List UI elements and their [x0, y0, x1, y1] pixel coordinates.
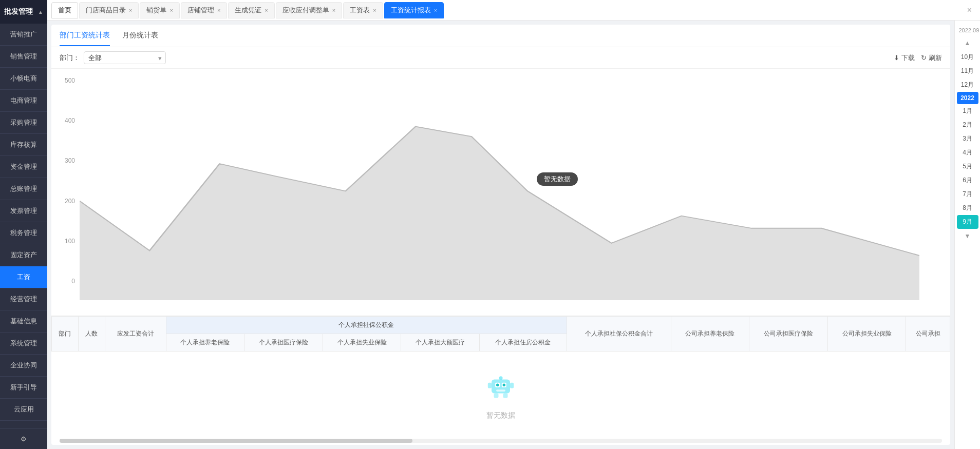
- download-button[interactable]: ⬇ 下载: [894, 53, 915, 63]
- sidebar-item-zijin[interactable]: 资金管理: [0, 156, 47, 178]
- tab-close-payroll[interactable]: ×: [373, 7, 376, 13]
- sidebar-item-jichu[interactable]: 基础信息: [0, 310, 47, 333]
- main-area: 首页门店商品目录×销货单×店铺管理×生成凭证×应收应付调整单×工资表×工资统计报…: [47, 0, 980, 449]
- svg-rect-9: [510, 383, 514, 388]
- date-item-7月[interactable]: 7月: [957, 187, 978, 201]
- download-label: 下载: [901, 53, 915, 63]
- refresh-label: 刷新: [929, 53, 942, 63]
- horizontal-scrollbar[interactable]: [60, 439, 942, 443]
- sidebar-item-xiaochang[interactable]: 小畅电商: [0, 68, 47, 90]
- tab-close-catalog[interactable]: ×: [129, 7, 132, 13]
- close-window-button[interactable]: ×: [963, 6, 976, 15]
- sidebar-item-xinshou[interactable]: 新手引导: [0, 377, 47, 399]
- table-area: 部门人数应发工资合计个人承担社保公积金个人承担社保公积金合计公司承担养老保险公司…: [51, 316, 950, 445]
- date-item-12月[interactable]: 12月: [957, 78, 978, 92]
- tab-close-voucher[interactable]: ×: [265, 7, 268, 13]
- date-item-11月[interactable]: 11月: [957, 64, 978, 78]
- tab-label-shop: 店铺管理: [187, 6, 214, 15]
- sidebar-item-caigou[interactable]: 采购管理: [0, 112, 47, 134]
- sidebar-item-kucun[interactable]: 库存核算: [0, 134, 47, 156]
- sidebar: 批发管理 ▲ 营销推广销售管理小畅电商电商管理采购管理库存核算资金管理总账管理发…: [0, 0, 47, 449]
- sidebar-item-guchan[interactable]: 固定资产: [0, 244, 47, 266]
- refresh-icon: ↻: [921, 54, 927, 62]
- date-item-3月[interactable]: 3月: [957, 132, 978, 146]
- chart-area: 5004003002001000 暂无数据: [51, 69, 950, 316]
- date-item-2022[interactable]: 2022: [957, 92, 978, 104]
- no-data-label: 暂无数据: [544, 175, 571, 183]
- empty-state: 暂无数据: [52, 352, 950, 437]
- empty-state-label: 暂无数据: [486, 411, 515, 420]
- svg-point-5: [503, 384, 505, 386]
- table-header: 公司承担养老保险: [671, 317, 749, 352]
- data-table: 部门人数应发工资合计个人承担社保公积金个人承担社保公积金合计公司承担养老保险公司…: [51, 316, 950, 437]
- refresh-button[interactable]: ↻ 刷新: [921, 53, 942, 63]
- svg-point-4: [496, 384, 499, 386]
- close-window-icon: ×: [967, 6, 972, 15]
- sidebar-item-fapiao[interactable]: 发票管理: [0, 200, 47, 222]
- tab-voucher[interactable]: 生成凭证×: [228, 2, 274, 18]
- dept-select-wrap[interactable]: 全部: [84, 51, 166, 64]
- date-item-9月[interactable]: 9月: [957, 215, 978, 229]
- tab-label-receivable: 应收应付调整单: [282, 6, 329, 15]
- no-data-tooltip: 暂无数据: [537, 172, 578, 186]
- tab-catalog[interactable]: 门店商品目录×: [79, 2, 139, 18]
- date-nav-down[interactable]: ▼: [962, 230, 974, 242]
- table-header: 公司承担: [906, 317, 950, 352]
- tab-close-report[interactable]: ×: [434, 7, 437, 13]
- tab-payroll[interactable]: 工资表×: [343, 2, 383, 18]
- date-item-6月[interactable]: 6月: [957, 173, 978, 187]
- tab-shop[interactable]: 店铺管理×: [181, 2, 227, 18]
- sidebar-item-yun[interactable]: 云应用: [0, 399, 47, 421]
- sidebar-title-label: 批发管理: [4, 7, 33, 16]
- tab-label-catalog: 门店商品目录: [86, 6, 126, 15]
- tab-receivable[interactable]: 应收应付调整单×: [276, 2, 342, 18]
- tab-label-home: 首页: [58, 6, 71, 15]
- tab-bar: 首页门店商品目录×销货单×店铺管理×生成凭证×应收应付调整单×工资表×工资统计报…: [47, 0, 980, 21]
- table-header: 公司承担失业保险: [827, 317, 906, 352]
- svg-rect-11: [503, 394, 508, 398]
- svg-rect-8: [488, 383, 492, 388]
- tab-close-shop[interactable]: ×: [217, 7, 220, 13]
- tab-sales[interactable]: 销货单×: [140, 2, 179, 18]
- table-header: 个人承担社保公积金: [166, 317, 567, 334]
- tab-label-voucher: 生成凭证: [235, 6, 261, 15]
- toolbar-left: 部门： 全部: [60, 51, 166, 64]
- y-label: 400: [60, 117, 75, 124]
- sidebar-title[interactable]: 批发管理 ▲: [0, 0, 47, 24]
- date-item-2月[interactable]: 2月: [957, 118, 978, 132]
- date-item-1月[interactable]: 1月: [957, 104, 978, 118]
- sidebar-item-yingxiao[interactable]: 营销推广: [0, 24, 47, 46]
- svg-rect-7: [499, 376, 502, 380]
- sidebar-item-xitong[interactable]: 系统管理: [0, 333, 47, 355]
- sidebar-item-dianshangg[interactable]: 电商管理: [0, 90, 47, 112]
- date-item-4月[interactable]: 4月: [957, 146, 978, 160]
- tab-home[interactable]: 首页: [51, 2, 78, 18]
- sub-tab-dept[interactable]: 部门工资统计表: [60, 26, 110, 46]
- sidebar-item-xiaoshou[interactable]: 销售管理: [0, 46, 47, 68]
- tab-report[interactable]: 工资统计报表×: [384, 2, 444, 18]
- table-sub-header: 个人承担大额医疗: [401, 334, 480, 352]
- sidebar-item-jingying[interactable]: 经营管理: [0, 288, 47, 310]
- date-item-8月[interactable]: 8月: [957, 201, 978, 215]
- table-header: 个人承担社保公积金合计: [567, 317, 671, 352]
- tab-close-sales[interactable]: ×: [169, 7, 173, 13]
- sidebar-item-zhangmu[interactable]: 总账管理: [0, 178, 47, 200]
- tab-close-receivable[interactable]: ×: [332, 7, 335, 13]
- date-item-10月[interactable]: 10月: [957, 50, 978, 64]
- scrollbar-thumb[interactable]: [60, 439, 412, 443]
- sidebar-item-qiye[interactable]: 企业协同: [0, 355, 47, 377]
- sidebar-settings[interactable]: ⚙: [0, 428, 47, 449]
- dept-label: 部门：: [60, 53, 80, 63]
- content-area: 部门工资统计表月份统计表 部门： 全部 ⬇ 下载: [47, 21, 980, 449]
- sidebar-item-gongzi[interactable]: 工资: [0, 266, 47, 288]
- sub-tabs: 部门工资统计表月份统计表: [51, 25, 950, 47]
- sub-tab-month[interactable]: 月份统计表: [122, 26, 158, 46]
- sidebar-item-shuiwu[interactable]: 税务管理: [0, 222, 47, 244]
- date-item-5月[interactable]: 5月: [957, 160, 978, 173]
- toolbar: 部门： 全部 ⬇ 下载 ↻ 刷新: [51, 47, 950, 69]
- table-sub-header: 个人承担住房公积金: [480, 334, 567, 352]
- date-nav-up[interactable]: ▲: [962, 37, 974, 49]
- tab-label-sales: 销货单: [146, 6, 166, 15]
- dept-select[interactable]: 全部: [84, 51, 166, 64]
- tab-label-report: 工资统计报表: [391, 6, 431, 15]
